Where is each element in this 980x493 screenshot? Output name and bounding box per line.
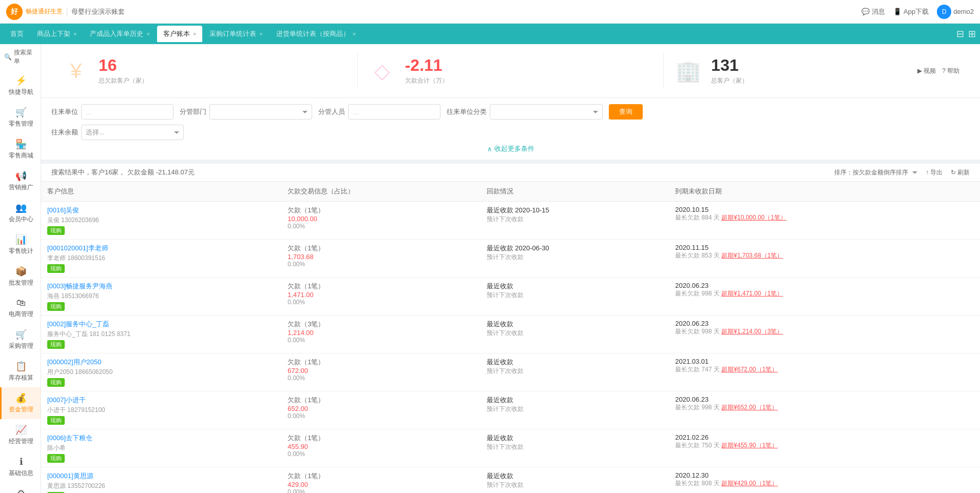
sidebar-item-inventory[interactable]: 📋 库存核算: [0, 356, 41, 387]
debt-amount[interactable]: 672.00: [287, 367, 474, 374]
overdue-link[interactable]: 超期¥10,000.00（1笔）: [721, 214, 786, 221]
overdue-link[interactable]: 超期¥429.00（1笔）: [721, 480, 778, 487]
customer-tag: 现购: [47, 416, 65, 425]
debt-label: 欠款（3笔）: [287, 320, 474, 329]
sidebar-item-basic-info[interactable]: ℹ 基础信息: [0, 451, 41, 483]
stat-number-total-customers: 131: [711, 56, 748, 74]
sidebar-item-finance[interactable]: 💰 资金管理: [0, 387, 41, 419]
overdue-date: 2020.11.15: [675, 244, 974, 251]
overdue-link[interactable]: 超期¥1,703.68（1笔）: [721, 252, 783, 259]
debt-label: 欠款（1笔）: [287, 358, 474, 367]
purchase-icon: 🛒: [15, 329, 27, 340]
overdue-link[interactable]: 超期¥652.00（1笔）: [721, 404, 778, 411]
sidebar-item-business[interactable]: 📈 经营管理: [0, 419, 41, 451]
debt-amount[interactable]: 429.00: [287, 481, 474, 488]
retail-mall-icon: 🏪: [15, 139, 27, 150]
message-btn[interactable]: 💬 消息: [861, 7, 885, 16]
customer-contact: 小进干 18279152100: [47, 406, 275, 415]
search-button[interactable]: 查询: [609, 104, 643, 120]
retail-stat-icon: 📊: [15, 234, 27, 245]
customer-name-link[interactable]: [0006]去下粮仓: [47, 433, 275, 443]
results-actions: 排序：按欠款金额倒序排序 ↑ 导出 ↻ 刷新: [834, 168, 970, 177]
next-collection: 预计下次收款: [487, 367, 663, 376]
tab-stock-stat[interactable]: 进货单统计表（按商品） ×: [270, 26, 362, 42]
collapse-row: ∧ 收起更多条件: [51, 140, 970, 153]
cell-collection-3: 最近收款 预计下次收款: [481, 315, 669, 353]
debt-amount[interactable]: 652.00: [287, 405, 474, 412]
cell-collection-4: 最近收款 预计下次收款: [481, 353, 669, 391]
debt-amount[interactable]: 1,214.00: [287, 329, 474, 337]
filter-area: 往来单位 ... 分管部门 分管人员 ...: [41, 98, 980, 160]
overdue-days: 最长欠款 998 天 超期¥1,214.00（3笔）: [675, 327, 974, 336]
debt-label: 欠款（1笔）: [287, 206, 474, 215]
tab-home[interactable]: 首页: [4, 26, 30, 42]
export-icon: ↑: [926, 169, 929, 176]
app-download-btn[interactable]: 📱 App下载: [893, 7, 929, 16]
overdue-link[interactable]: 超期¥1,214.00（3笔）: [721, 328, 783, 335]
close-icon[interactable]: ×: [353, 31, 356, 37]
sidebar-item-marketing[interactable]: 📢 营销推广: [0, 165, 41, 197]
cell-overdue-3: 2020.06.23 最长欠款 998 天 超期¥1,214.00（3笔）: [669, 315, 980, 353]
overdue-link[interactable]: 超期¥455.90（1笔）: [721, 442, 778, 449]
overdue-date: 2020.12.30: [675, 471, 974, 479]
customer-name-link[interactable]: [0016]吴俊: [47, 206, 275, 215]
stat-label-total-customers: 总客户（家）: [711, 76, 748, 85]
tab-product-history[interactable]: 产成品入库单历史 ×: [84, 26, 156, 42]
tab-purchase-order[interactable]: 采购订单统计表 ×: [203, 26, 268, 42]
sidebar-item-wholesale[interactable]: 📦 批发管理: [0, 261, 41, 292]
close-icon[interactable]: ×: [193, 31, 196, 37]
sidebar-item-system[interactable]: ⚙ 系统管理: [0, 483, 41, 493]
unit-category-select[interactable]: [490, 104, 603, 120]
search-menu-btn[interactable]: 🔍 搜索菜单: [0, 44, 41, 70]
sidebar-item-quick-nav[interactable]: ⚡ 快捷导航: [0, 70, 41, 102]
tab-product-offsale[interactable]: 商品上下架 ×: [31, 26, 83, 42]
customer-name-link[interactable]: [000002]用户2050: [47, 358, 275, 367]
debt-amount[interactable]: 1,703.68: [287, 253, 474, 261]
tab-customer-account[interactable]: 客户账本 ×: [157, 26, 202, 42]
debt-amount[interactable]: 10,000.00: [287, 215, 474, 223]
customer-name-link[interactable]: [0002]服务中心_丁磊: [47, 320, 275, 329]
user-avatar[interactable]: D demo2: [937, 5, 974, 19]
customer-name-link[interactable]: [0001020001]李老师: [47, 244, 275, 253]
debt-pct: 0.00%: [287, 450, 474, 458]
tab-collapse-icon[interactable]: ⊟: [956, 28, 964, 40]
stat-info-debt: 16 总欠款客户（家）: [99, 56, 148, 85]
sidebar-item-retail-stat[interactable]: 📊 零售统计: [0, 229, 41, 261]
close-icon[interactable]: ×: [146, 31, 149, 37]
search-icon: 🔍: [4, 53, 12, 61]
sidebar-item-ecommerce[interactable]: 🛍 电商管理: [0, 292, 41, 324]
sidebar-item-retail-mgmt[interactable]: 🛒 零售管理: [0, 102, 41, 133]
dept-select[interactable]: [209, 104, 312, 120]
sidebar-item-member[interactable]: 👥 会员中心: [0, 197, 41, 229]
refresh-button[interactable]: ↻ 刷新: [951, 168, 970, 177]
help-btn[interactable]: ? 帮助: [942, 67, 959, 75]
debt-pct: 0.00%: [287, 223, 474, 230]
stat-icon-money: ¥: [62, 56, 90, 85]
customer-name-link[interactable]: [000001]黄思源: [47, 471, 275, 481]
sidebar-item-retail-mall[interactable]: 🏪 零售商城: [0, 133, 41, 165]
debt-amount[interactable]: 1,471.00: [287, 291, 474, 299]
debt-amount[interactable]: 455.90: [287, 443, 474, 450]
export-button[interactable]: ↑ 导出: [926, 168, 943, 177]
tab-expand-icon[interactable]: ⊞: [968, 28, 976, 40]
overdue-link[interactable]: 超期¥1,471.00（1笔）: [721, 290, 783, 297]
overdue-link[interactable]: 超期¥672.00（1笔）: [721, 366, 778, 373]
close-icon[interactable]: ×: [259, 31, 262, 37]
manager-label: 分管人员: [318, 107, 345, 116]
close-icon[interactable]: ×: [73, 31, 76, 37]
table-row: [0016]吴俊 吴俊 13026203696 现购 欠款（1笔） 10,000…: [41, 202, 980, 240]
cell-overdue-4: 2021.03.01 最长欠款 747 天 超期¥672.00（1笔）: [669, 353, 980, 391]
sort-select[interactable]: 排序：按欠款金额倒序排序: [834, 168, 917, 177]
customer-name-link[interactable]: [0003]畅捷服务尹海燕: [47, 282, 275, 291]
sidebar-item-purchase[interactable]: 🛒 采购管理: [0, 324, 41, 356]
unit-category-label: 往来单位分类: [447, 107, 487, 116]
debt-pct: 0.00%: [287, 261, 474, 268]
balance-select[interactable]: 选择...: [81, 125, 184, 140]
customer-name-link[interactable]: [0007]小进干: [47, 396, 275, 405]
source-unit-input[interactable]: ...: [81, 104, 174, 120]
collapse-button[interactable]: ∧ 收起更多条件: [487, 144, 534, 153]
chevron-down-icon: [593, 111, 598, 113]
stat-label-debt-total: 欠款合计（万）: [405, 76, 448, 85]
video-btn[interactable]: ▶ 视频: [917, 67, 936, 75]
manager-input[interactable]: ...: [348, 104, 440, 120]
